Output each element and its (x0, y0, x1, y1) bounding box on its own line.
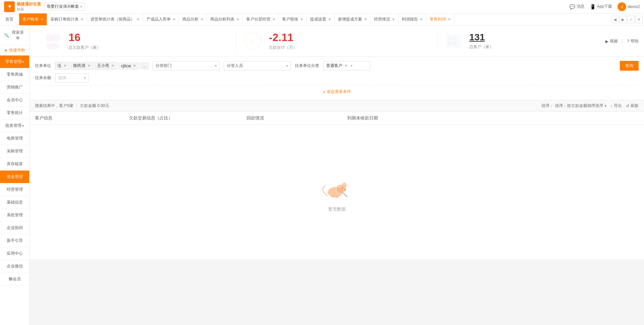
sidebar-item-retail-stats[interactable]: 零售统计 (0, 107, 29, 119)
sidebar-item-app-center[interactable]: 应用中心 (0, 247, 29, 260)
amount-text: 欠款金额 0.00元 (80, 103, 109, 109)
tab-business-overview[interactable]: 经营情况 ✕ (371, 13, 398, 26)
close-icon[interactable]: ✕ (328, 17, 331, 21)
filter-area: 往来单位 伍 ✕ 陈民强 ✕ 王小亮 ✕ cjttcw (30, 57, 644, 100)
svg-point-18 (331, 195, 335, 197)
close-icon[interactable]: ✕ (448, 17, 450, 21)
sidebar-item-changhui[interactable]: 畅会员 (0, 273, 29, 286)
app-download-btn[interactable]: 📱 App下载 (590, 4, 612, 9)
close-icon[interactable]: ✕ (420, 17, 423, 21)
unit-category-select[interactable]: 普通客户 ✕ ▾ (323, 61, 370, 70)
industry-select[interactable]: 母婴行业演示帐套 ▾ (44, 3, 85, 10)
tab-add-commission[interactable]: 新增提成方案 ✕ (335, 13, 371, 26)
sidebar-item-finance[interactable]: 资金管理 (0, 171, 29, 183)
close-icon[interactable]: ✕ (364, 17, 367, 21)
close-icon[interactable]: ✕ (201, 17, 203, 21)
sidebar-item-purchase[interactable]: 采购管理 (0, 145, 29, 158)
tab-goods-analysis[interactable]: 商品分析 ✕ (179, 13, 207, 26)
close-icon[interactable]: ✕ (272, 17, 275, 21)
sidebar-item-wholesale[interactable]: 批发管理 ▾ (0, 119, 29, 132)
nav-tabs: 首页 客户账本 ✕ 采购订单统计表 ✕ 进货单统计表（按商品） ✕ 产成品入库单… (0, 13, 644, 26)
col-repayment: 回款情况 (247, 115, 347, 121)
sidebar-item-operations[interactable]: 经营管理 (0, 183, 29, 196)
tab-commission-settings[interactable]: 提成设置 ✕ (307, 13, 335, 26)
remove-category-tag[interactable]: ✕ (343, 64, 348, 68)
close-icon[interactable]: ✕ (137, 17, 139, 21)
tab-home[interactable]: 首页 (0, 13, 19, 26)
tab-customer-contact[interactable]: 客户联络 ✕ (279, 13, 307, 26)
tab-expand[interactable]: ⤢ (627, 16, 635, 23)
top-bar-left: ✦ 畅捷通好生意 标版 母婴行业演示帐套 ▾ (4, 1, 85, 12)
tab-customer-account[interactable]: 客户账本 ✕ (19, 13, 47, 26)
close-icon[interactable]: ✕ (392, 17, 395, 21)
tab-product-inbound[interactable]: 产成品入库单 ✕ (143, 13, 179, 26)
empty-illustration (320, 172, 354, 202)
remove-tag-chen[interactable]: ✕ (86, 64, 91, 68)
remove-tag-wang[interactable]: ✕ (110, 64, 115, 68)
tab-scroll-left[interactable]: ◀ (611, 16, 618, 23)
sidebar-item-marketing[interactable]: 营销推广 (0, 81, 29, 94)
close-icon[interactable]: ✕ (173, 17, 175, 21)
refresh-btn[interactable]: ↺ 刷新 (626, 103, 639, 109)
export-btn[interactable]: ↑ 导出 (610, 103, 622, 109)
tab-profit-report[interactable]: 利润报告 ✕ (398, 13, 426, 26)
total-debt-label: 总欠款客户（家） (69, 45, 101, 50)
chevron-down-icon: ▾ (286, 64, 288, 68)
help-btn[interactable]: ? 帮助 (627, 38, 639, 44)
tab-scroll-right[interactable]: ▶ (619, 16, 627, 23)
svg-point-1 (52, 34, 60, 42)
video-btn[interactable]: ▶ 视频 (605, 38, 618, 44)
close-icon[interactable]: ✕ (237, 17, 239, 21)
filter-tag-chen: 陈民强 ✕ (71, 62, 93, 70)
search-menu-btn[interactable]: 🔍 搜索菜单 (3, 28, 27, 42)
collapse-btn[interactable]: ∧ 收起更多条件 (35, 87, 639, 96)
export-icon: ↑ (610, 104, 612, 108)
filter-tag-more[interactable]: ... (140, 63, 148, 69)
close-icon[interactable]: ✕ (41, 17, 43, 21)
amount-select[interactable]: 选择... ▾ (55, 73, 89, 82)
close-icon[interactable]: ✕ (300, 17, 303, 21)
tab-retail-profit[interactable]: 零售利润 ✕ (426, 13, 454, 26)
sidebar-item-wechat[interactable]: 企业微信 (0, 260, 29, 273)
sidebar-item-system[interactable]: 系统管理 (0, 209, 29, 222)
sidebar-item-retail-mall[interactable]: 零售商城 (0, 68, 29, 81)
sidebar-item-member-center[interactable]: 会员中心 (0, 94, 29, 107)
building-icon (444, 31, 464, 51)
col-customer-info: 客户信息 (35, 115, 129, 121)
tab-purchase-order[interactable]: 采购订单统计表 ✕ (47, 13, 87, 26)
debt-total: -2.11 (269, 32, 297, 43)
message-btn[interactable]: 💬 消息 (569, 4, 585, 9)
tab-goods-stats[interactable]: 进货单统计表（按商品） ✕ (87, 13, 143, 26)
svg-rect-9 (453, 42, 457, 44)
sidebar-item-basic-info[interactable]: 基础信息 (0, 196, 29, 209)
svg-rect-6 (448, 37, 452, 40)
data-table: 客户信息 欠款交易信息（占比） 回款情况 到期未收款日期 (30, 112, 644, 259)
department-select[interactable]: 分管部门 ... ▾ (153, 61, 220, 70)
star-icon: ★ (4, 48, 8, 53)
remove-tag-cjttcw[interactable]: ✕ (132, 64, 137, 68)
top-bar: ✦ 畅捷通好生意 标版 母婴行业演示帐套 ▾ 💬 消息 📱 App下载 d de… (0, 0, 644, 13)
tab-customer-tier[interactable]: 客户分层经营 ✕ (243, 13, 279, 26)
manager-select[interactable]: 分管人员 ... ▾ (224, 61, 291, 70)
sidebar-item-retail-management[interactable]: 零售管理 ▾ (0, 56, 29, 68)
amount-icon: ¥ (243, 31, 263, 51)
logo-text: 畅捷通好生意 标版 (17, 2, 41, 12)
empty-text: 暂无数据 (328, 206, 346, 212)
query-btn[interactable]: 查询 (620, 61, 639, 71)
tab-close-all[interactable]: ✕ (635, 16, 643, 23)
close-icon[interactable]: ✕ (81, 17, 83, 21)
sidebar-item-inventory[interactable]: 库存核算 (0, 158, 29, 171)
refresh-icon: ↺ (626, 104, 629, 108)
user-menu[interactable]: d demo2 (617, 2, 640, 11)
sidebar-item-enterprise[interactable]: 企业协同 (0, 222, 29, 234)
sort-select[interactable]: 排序： 排序：按欠款金额倒序排序 ▾ (542, 103, 606, 109)
tab-goods-list[interactable]: 商品分析列表 ✕ (207, 13, 243, 26)
stats-row: 16 总欠款客户（家） ¥ -2.11 欠款合计（万） (30, 26, 644, 57)
message-icon: 💬 (569, 4, 575, 9)
sidebar-item-ecommerce[interactable]: 电商管理 (0, 132, 29, 145)
quick-nav-btn[interactable]: ★ 快捷导航 (0, 45, 29, 56)
stats-card-amount: ¥ -2.11 欠款合计（万） (237, 31, 437, 51)
sidebar-item-guide[interactable]: 新手引导 (0, 234, 29, 247)
remove-tag-wu[interactable]: ✕ (62, 64, 67, 68)
svg-rect-7 (453, 37, 457, 40)
